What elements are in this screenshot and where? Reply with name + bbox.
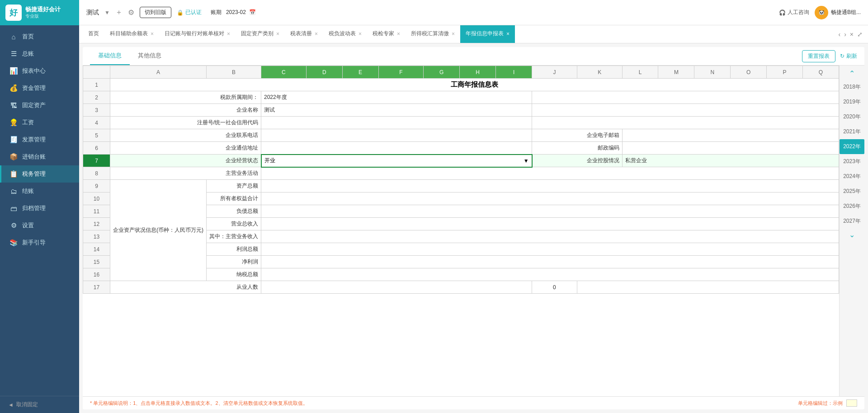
sidebar-item-assets[interactable]: 🏗 固定资产 [0,97,79,114]
col-header-J[interactable]: J [532,66,577,79]
inner-tab-other[interactable]: 其他信息 [130,47,170,65]
topbar-service-btn[interactable]: 🎧 人工咨询 [779,9,809,16]
row5-right-value[interactable] [622,129,839,142]
topbar-user-btn[interactable]: 🐼 畅捷通B组... [815,6,861,19]
col-header-P[interactable]: P [767,66,803,79]
year-scroll-down-btn[interactable]: ⌄ [840,229,864,241]
row17-num[interactable]: 0 [532,281,577,294]
tab-annual-report-close[interactable]: × [506,31,509,37]
col-header-M[interactable]: M [658,66,694,79]
year-item-2025[interactable]: 2025年 [840,184,864,199]
topbar-old-version-btn[interactable]: 切到旧版 [140,7,171,18]
year-item-2026[interactable]: 2026年 [840,199,864,214]
year-item-2021[interactable]: 2021年 [840,124,864,139]
tab-income-tax-close[interactable]: × [452,31,455,37]
row13-value[interactable] [261,230,839,243]
col-header-G[interactable]: G [424,66,460,79]
col-header-L[interactable]: L [622,66,658,79]
dropdown-arrow-icon[interactable]: ▼ [524,158,529,164]
tab-prev-btn[interactable]: ‹ [836,29,842,40]
sidebar-item-funds[interactable]: 💰 资金管理 [0,80,79,97]
tab-annual-report[interactable]: 年报信息申报表 × [460,25,515,43]
topbar-settings-btn[interactable]: ⚙ [128,8,134,17]
tab-ledger-balance-close[interactable]: × [151,31,154,37]
row-num-17: 17 [83,281,110,294]
topbar-add-btn[interactable]: ＋ [115,8,123,17]
row17-value[interactable] [261,281,532,294]
row2-value[interactable]: 2022年度 [261,91,532,104]
tab-expand-btn[interactable]: ⤢ [855,29,864,40]
row11-value[interactable] [261,205,839,218]
sidebar-item-tax[interactable]: 📋 税务管理 [0,165,79,183]
tab-fixed-assets[interactable]: 固定资产类别 × [236,25,285,43]
topbar-dropdown-btn[interactable]: ▼ [104,9,110,16]
row5-value[interactable] [261,129,532,142]
row4-value[interactable] [261,117,532,129]
sidebar-collapse-btn[interactable]: ◄ 取消固定 [0,396,79,413]
tab-income-tax[interactable]: 所得税汇算清缴 × [406,25,460,43]
sidebar-item-inventory[interactable]: 📦 进销台账 [0,148,79,165]
sidebar-item-ledger[interactable]: ☰ 总账 [0,45,79,62]
row3-value[interactable]: 测试 [261,104,532,117]
year-scroll-up-btn[interactable]: ⌃ [840,67,864,80]
col-header-O[interactable]: O [731,66,767,79]
refresh-btn[interactable]: ↻ 刷新 [840,52,857,60]
col-header-A[interactable]: A [110,66,207,79]
inner-tab-basic[interactable]: 基础信息 [90,47,130,65]
tab-bank-reconcile[interactable]: 日记账与银行对账单核对 × [159,25,236,43]
year-item-2023[interactable]: 2023年 [840,154,864,169]
col-header-N[interactable]: N [694,66,731,79]
row7-dropdown-cell[interactable]: 开业 ▼ [261,155,532,167]
tab-tax-schedule-close[interactable]: × [315,31,318,37]
reset-report-btn[interactable]: 重置报表 [802,50,835,62]
sidebar-item-archive[interactable]: 🗃 归档管理 [0,200,79,217]
tab-tax-fluctuation-close[interactable]: × [359,31,362,37]
tab-home[interactable]: 首页 [83,25,104,43]
row6-value[interactable] [261,142,532,155]
year-item-2018[interactable]: 2018年 [840,80,864,94]
sidebar-item-guide[interactable]: 📚 新手引导 [0,234,79,251]
year-item-2024[interactable]: 2024年 [840,169,864,184]
year-item-2027[interactable]: 2027年 [840,214,864,229]
sidebar-item-reports[interactable]: 📊 报表中心 [0,62,79,80]
sidebar-item-settings[interactable]: ⚙ 设置 [0,217,79,234]
tab-fixed-assets-close[interactable]: × [276,31,279,37]
row9-value[interactable] [261,180,839,192]
row12-value[interactable] [261,218,839,230]
tab-tax-expert-close[interactable]: × [397,31,400,37]
sidebar-item-close[interactable]: 🗂 结账 [0,183,79,200]
row14-value[interactable] [261,243,839,256]
tab-close-all-btn[interactable]: × [848,29,855,40]
col-header-I[interactable]: I [496,66,532,79]
col-header-E[interactable]: E [342,66,378,79]
col-header-F[interactable]: F [378,66,424,79]
sidebar-item-invoice[interactable]: 🧾 发票管理 [0,131,79,148]
col-header-Q[interactable]: Q [803,66,839,79]
tab-tax-fluctuation[interactable]: 税负波动表 × [323,25,367,43]
sheet-title[interactable]: 工商年报信息表 [110,79,839,91]
year-item-2020[interactable]: 2020年 [840,109,864,124]
tab-tax-expert[interactable]: 税检专家 × [367,25,406,43]
col-header-C[interactable]: C [261,66,307,79]
year-item-2019[interactable]: 2019年 [840,94,864,109]
col-header-K[interactable]: K [577,66,622,79]
row15-value[interactable] [261,256,839,268]
sidebar-item-salary[interactable]: 👷 工资 [0,114,79,131]
col-header-B[interactable]: B [207,66,261,79]
col-header-D[interactable]: D [306,66,342,79]
tab-tax-schedule[interactable]: 税表清册 × [285,25,323,43]
tab-bank-reconcile-close[interactable]: × [227,31,230,37]
row10-label: 所有者权益合计 [207,192,261,205]
row16-value[interactable] [261,268,839,281]
tab-ledger-balance[interactable]: 科目辅助余额表 × [104,25,159,43]
row10-value[interactable] [261,192,839,205]
year-item-2022[interactable]: 2022年 [840,139,864,154]
sheet-container[interactable]: A B C D E F G H I J K L [83,66,839,396]
table-row: 2 税款所属期间： 2022年度 [83,91,839,104]
row7-right-value[interactable]: 私营企业 [622,155,839,167]
row8-value[interactable] [261,167,839,180]
row6-right-value[interactable] [622,142,839,155]
tab-next-btn[interactable]: › [842,29,848,40]
sidebar-item-home[interactable]: ⌂ 首页 [0,28,79,45]
col-header-H[interactable]: H [460,66,496,79]
